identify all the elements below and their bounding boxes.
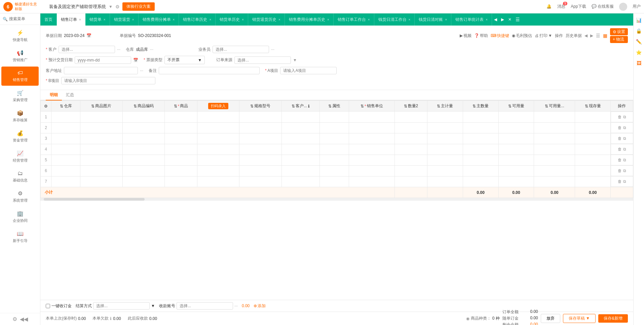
- right-panel-chart-btn[interactable]: 📊: [635, 16, 643, 24]
- save-draft-btn[interactable]: 保存草稿 ▼: [563, 314, 596, 323]
- tab-sales-order-hist[interactable]: 销售订单历史 ×: [179, 13, 216, 26]
- salesperson-input[interactable]: [213, 46, 269, 53]
- row-sales-unit-3[interactable]: [349, 133, 394, 144]
- sidebar-item-quick-nav[interactable]: ⚡ 快捷导航: [1, 26, 39, 46]
- tab-sales-fee[interactable]: 销售费用分摊单 ×: [139, 13, 179, 26]
- tab-close-cash-workbench[interactable]: ×: [409, 18, 411, 22]
- tab-close-cash-reconcile[interactable]: ×: [445, 18, 447, 22]
- row-action-1[interactable]: 🗑 ⧉: [611, 112, 633, 122]
- row-attr-6[interactable]: [320, 165, 349, 176]
- tab-sales-return-hist[interactable]: 销货退货历史 ×: [248, 13, 285, 26]
- row-sales-unit-2[interactable]: [349, 122, 394, 133]
- sidebar-item-sales[interactable]: 🏷 销售管理: [1, 67, 39, 86]
- horizontal-scrollbar[interactable]: [40, 198, 633, 201]
- row-customer-code-7[interactable]: [281, 176, 320, 187]
- tab-close-sales-stats[interactable]: ×: [486, 18, 488, 22]
- row-attr-4[interactable]: [320, 144, 349, 155]
- row-main-qty-7[interactable]: [463, 176, 498, 187]
- address-input[interactable]: [64, 67, 138, 74]
- row-copy-icon-3[interactable]: ⧉: [623, 136, 626, 141]
- tab-close-sales-order-hist[interactable]: ×: [209, 18, 211, 22]
- row-product-3[interactable]: [164, 133, 197, 144]
- tab-sales-invoice-hist[interactable]: 销货单历史 ×: [216, 13, 248, 26]
- row-delete-icon-3[interactable]: 🗑: [618, 136, 622, 141]
- row-product-code-4[interactable]: [122, 144, 164, 155]
- row-main-qty-4[interactable]: [463, 144, 498, 155]
- row-product-code-6[interactable]: [122, 165, 164, 176]
- row-qty2-1[interactable]: [394, 112, 427, 123]
- row-action-6[interactable]: 🗑 ⧉: [611, 165, 633, 176]
- add-logistics-btn[interactable]: + 物流: [610, 36, 628, 43]
- row-sales-unit-1[interactable]: [349, 112, 394, 123]
- row-main-qty-3[interactable]: [463, 133, 498, 144]
- operations-btn[interactable]: 操作: [555, 33, 563, 39]
- scan-btn[interactable]: 扫码录入: [208, 103, 228, 109]
- right-panel-image-btn[interactable]: 🖼: [635, 59, 643, 67]
- row-copy-icon-6[interactable]: ⧉: [623, 168, 626, 173]
- row-qty2-5[interactable]: [394, 155, 427, 165]
- row-customer-code-2[interactable]: [281, 122, 320, 133]
- sidebar-item-system[interactable]: ⚙ 系统管理: [1, 187, 39, 206]
- row-customer-code-1[interactable]: [281, 112, 320, 123]
- delivery-date-input[interactable]: [75, 56, 131, 64]
- th-settings-icon[interactable]: ⚙: [44, 104, 48, 109]
- tab-sales-stats[interactable]: 销售订单统计表 ×: [451, 13, 492, 26]
- row-warehouse-7[interactable]: [51, 176, 80, 187]
- row-product-code-7[interactable]: [122, 176, 164, 187]
- row-action-7[interactable]: 🗑 ⧉: [611, 176, 633, 187]
- row-attr-7[interactable]: [320, 176, 349, 187]
- row-spec-4[interactable]: [239, 144, 281, 155]
- row-copy-icon-2[interactable]: ⧉: [623, 125, 626, 130]
- remarks-input[interactable]: [159, 67, 260, 74]
- tab-close-sales-invoice-hist[interactable]: ×: [242, 18, 244, 22]
- row-qty2-7[interactable]: [394, 176, 427, 187]
- row-product-code-5[interactable]: [122, 155, 164, 165]
- list-view-icon[interactable]: ☰: [596, 33, 600, 38]
- row-main-qty-5[interactable]: [463, 155, 498, 165]
- row-customer-code-5[interactable]: [281, 155, 320, 165]
- row-warehouse-1[interactable]: [51, 112, 80, 123]
- row-attr-1[interactable]: [320, 112, 349, 123]
- customer-input[interactable]: [59, 46, 115, 53]
- settings-btn[interactable]: ⚙ 设置: [610, 28, 628, 35]
- sidebar-search-item[interactable]: 🔍 搜索菜单: [0, 13, 40, 25]
- tab-cash-reconcile[interactable]: 钱货日清对账 ×: [415, 13, 451, 26]
- a-project-input[interactable]: [280, 67, 337, 74]
- tab-cash-workbench[interactable]: 钱货日清工作台 ×: [374, 13, 415, 26]
- row-attr-2[interactable]: [320, 122, 349, 133]
- tab-close-sales-fee-hist[interactable]: ×: [327, 18, 329, 22]
- row-spec-6[interactable]: [239, 165, 281, 176]
- settings-icon[interactable]: ⚙: [115, 4, 120, 9]
- row-warehouse-6[interactable]: [51, 165, 80, 176]
- row-product-code-3[interactable]: [122, 133, 164, 144]
- row-product-4[interactable]: [164, 144, 197, 155]
- row-spec-3[interactable]: [239, 133, 281, 144]
- next-record-icon[interactable]: ▶: [590, 33, 593, 38]
- detail-tab-mingxi[interactable]: 明细: [46, 90, 62, 100]
- row-product-2[interactable]: [164, 122, 197, 133]
- row-delete-icon-2[interactable]: 🗑: [618, 125, 622, 130]
- row-main-qty-2[interactable]: [463, 122, 498, 133]
- tab-close-sales-return-hist[interactable]: ×: [278, 18, 280, 22]
- right-panel-edit-btn[interactable]: ✏️: [635, 38, 643, 46]
- tab-nav-prev[interactable]: ◀: [492, 13, 499, 26]
- row-main-qty-1[interactable]: [463, 112, 498, 123]
- sidebar-item-inventory[interactable]: 📦 库存核算: [1, 107, 39, 126]
- row-copy-icon-7[interactable]: ⧉: [623, 179, 626, 184]
- row-sales-unit-5[interactable]: [349, 155, 394, 165]
- add-btn[interactable]: ⊕ 添加: [254, 303, 266, 309]
- row-warehouse-3[interactable]: [51, 133, 80, 144]
- bank-account-input[interactable]: [177, 302, 233, 310]
- notice-area[interactable]: 🔔 9 消息: [546, 4, 565, 9]
- row-product-1[interactable]: [164, 112, 197, 123]
- row-qty2-2[interactable]: [394, 122, 427, 133]
- row-warehouse-5[interactable]: [51, 155, 80, 165]
- discard-btn[interactable]: 放弃: [541, 314, 560, 323]
- row-spec-5[interactable]: [239, 155, 281, 165]
- row-warehouse-4[interactable]: [51, 144, 80, 155]
- sidebar-item-guide[interactable]: 📖 新手引导: [1, 227, 39, 247]
- th-settings[interactable]: ⚙: [41, 101, 51, 112]
- sidebar-item-enterprise[interactable]: 🏢 企业协同: [1, 207, 39, 227]
- row-action-2[interactable]: 🗑 ⧉: [611, 122, 633, 133]
- invoice-type-select[interactable]: 不开票 ▼: [164, 56, 205, 64]
